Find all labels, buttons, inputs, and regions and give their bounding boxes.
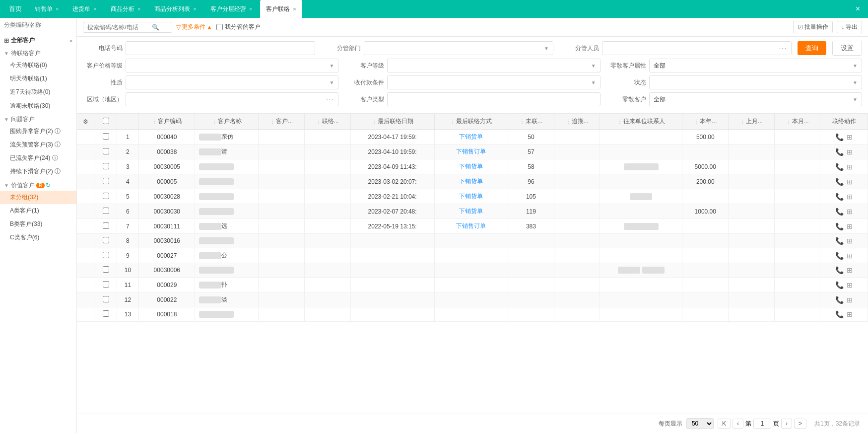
last-page-btn[interactable]: > [794, 419, 806, 429]
close-product-analysis-tab[interactable]: × [137, 6, 140, 12]
contact-more-icon[interactable]: ⊞ [847, 222, 853, 230]
close-customer-contact-tab[interactable]: × [293, 6, 296, 12]
page-size-select[interactable]: 50 100 200 [686, 418, 714, 429]
sidebar-item-churn-risk[interactable]: 流失预警客户(3) ⓘ [0, 138, 76, 151]
reset-button[interactable]: 设置 [832, 41, 862, 56]
filter-payment-select[interactable]: ▼ [387, 75, 600, 89]
customer-code-column-header[interactable]: ⋮客户编码 [139, 114, 195, 130]
contact-person-column-header[interactable]: ⋮往来单位联系人 [600, 114, 682, 130]
row-select-checkbox[interactable] [103, 208, 109, 214]
collapse-sidebar-icon[interactable]: « [69, 38, 72, 44]
filter-status-select[interactable]: ▼ [649, 75, 862, 89]
row-select-checkbox[interactable] [103, 237, 109, 243]
nav-home[interactable]: 首页 [4, 0, 27, 18]
row-select-checkbox[interactable] [103, 252, 109, 258]
contact-method-link[interactable]: 下销货单 [459, 208, 483, 215]
nav-product-list[interactable]: 商品分析列表 × [148, 0, 202, 18]
contact-more-icon[interactable]: ⊞ [847, 252, 853, 260]
contact-phone-icon[interactable]: 📞 [835, 133, 844, 141]
page-number-input[interactable] [753, 419, 771, 429]
search-box-icon[interactable]: 🔍 [152, 24, 159, 31]
contact-method-link[interactable]: 下销货单 [459, 193, 483, 200]
contact-more-icon[interactable]: ⊞ [847, 178, 853, 186]
this-year-column-header[interactable]: ⋮本年... [682, 114, 729, 130]
nav-product-analysis[interactable]: 商品分析 × [105, 0, 146, 18]
contact-column-header[interactable]: ⋮联络... [304, 114, 350, 130]
last-contact-method-column-header[interactable]: ⋮最后联络方式 [434, 114, 508, 130]
customer-type-column-header[interactable]: ⋮客户... [259, 114, 305, 130]
close-all-button[interactable]: × [852, 4, 864, 13]
contact-more-icon[interactable]: ⊞ [847, 133, 853, 141]
row-select-checkbox[interactable] [103, 266, 109, 273]
sidebar-search-input[interactable] [4, 21, 77, 28]
refresh-icon[interactable]: ↻ [46, 182, 51, 189]
customer-name-column-header[interactable]: ⋮客户名称 [195, 114, 259, 130]
contact-more-icon[interactable]: ⊞ [847, 296, 853, 304]
sidebar-item-lost[interactable]: 已流失客户(24) ⓘ [0, 151, 76, 165]
contact-more-icon[interactable]: ⊞ [847, 148, 853, 156]
filter-nature-select[interactable]: ▼ [126, 75, 338, 89]
row-select-checkbox[interactable] [103, 296, 109, 302]
contact-phone-icon[interactable]: 📞 [835, 252, 844, 260]
filter-price-level-select[interactable]: ▼ [126, 59, 338, 72]
contact-more-icon[interactable]: ⊞ [847, 163, 853, 171]
contact-more-icon[interactable]: ⊞ [847, 310, 853, 318]
select-all-checkbox[interactable] [103, 118, 109, 124]
problem-customers-group[interactable]: ▼ 问题客户 [0, 113, 76, 125]
settings-column-header[interactable]: ⚙ [77, 114, 95, 130]
contact-more-icon[interactable]: ⊞ [847, 266, 853, 274]
contact-phone-icon[interactable]: 📞 [835, 178, 844, 186]
this-month-column-header[interactable]: ⋮本月... [774, 114, 820, 130]
filter-dept-select[interactable]: ▼ [364, 41, 553, 55]
sidebar-item-week[interactable]: 近7天待联络(0) [0, 85, 76, 99]
filter-manager-input[interactable]: ··· [602, 41, 792, 55]
close-purchase-tab[interactable]: × [93, 6, 96, 12]
contact-phone-icon[interactable]: 📞 [835, 237, 844, 245]
sidebar-item-overdue[interactable]: 逾期未联络(30) [0, 99, 76, 113]
filter-customer-level-select[interactable]: ▼ [387, 59, 600, 72]
last-month-column-header[interactable]: ⋮上月... [729, 114, 775, 130]
overdue-column-header[interactable]: ⋮逾期... [554, 114, 600, 130]
row-select-checkbox[interactable] [103, 281, 109, 288]
contact-method-link[interactable]: 下销货单 [459, 178, 483, 185]
contact-more-icon[interactable]: ⊞ [847, 208, 853, 216]
pending-contact-group[interactable]: ▼ 待联络客户 [0, 47, 76, 59]
contact-phone-icon[interactable]: 📞 [835, 208, 844, 216]
row-select-checkbox[interactable] [103, 222, 109, 229]
row-select-checkbox[interactable] [103, 310, 109, 317]
export-btn[interactable]: ↓ 导出 [837, 21, 862, 33]
nav-purchase[interactable]: 进货单 × [67, 0, 102, 18]
last-contact-date-column-header[interactable]: ⋮最后联络日期 [350, 114, 434, 130]
sidebar-item-group-c[interactable]: C类客户(6) [0, 231, 76, 244]
sidebar-item-today[interactable]: 今天待联络(0) [0, 59, 76, 72]
contact-more-icon[interactable]: ⊞ [847, 193, 853, 201]
contact-phone-icon[interactable]: 📞 [835, 266, 844, 274]
sidebar-item-abnormal[interactable]: 囤购异常客户(2) ⓘ [0, 125, 76, 138]
my-customers-checkbox[interactable] [216, 24, 223, 30]
nav-customer-segment[interactable]: 客户分层经营 × [204, 0, 258, 18]
sidebar-item-group-b[interactable]: B类客户(33) [0, 217, 76, 231]
value-customers-group[interactable]: ▼ 价值客户 R ↻ [0, 179, 76, 191]
query-button[interactable]: 查询 [798, 41, 826, 55]
sidebar-item-group-a[interactable]: A类客户(1) [0, 204, 76, 217]
next-page-btn[interactable]: › [781, 419, 792, 429]
close-product-list-tab[interactable]: × [193, 6, 196, 12]
prev-page-btn[interactable]: ‹ [733, 419, 743, 429]
all-customers-header[interactable]: ⊞ 全部客户 « [0, 32, 76, 47]
filter-customer-type-input[interactable] [387, 92, 600, 106]
contact-phone-icon[interactable]: 📞 [835, 193, 844, 201]
row-select-checkbox[interactable] [103, 178, 109, 184]
nav-customer-contact[interactable]: 客户联络 × [260, 0, 302, 18]
batch-operation-btn[interactable]: ☑ 批量操作 [793, 21, 833, 33]
contact-phone-icon[interactable]: 📞 [835, 222, 844, 230]
more-conditions-btn[interactable]: ▽ 更多条件 ▲ [176, 23, 212, 31]
contact-method-link[interactable]: 下销货单 [459, 133, 483, 140]
contact-phone-icon[interactable]: 📞 [835, 296, 844, 304]
contact-method-link[interactable]: 下销售订单 [456, 222, 486, 229]
sidebar-item-declining[interactable]: 持续下滑客户(2) ⓘ [0, 165, 76, 178]
filter-retail-attr-select[interactable]: 全部 ▼ [649, 59, 862, 72]
contact-method-link[interactable]: 下销货单 [459, 163, 483, 170]
filter-phone-input[interactable] [126, 41, 315, 55]
contact-phone-icon[interactable]: 📞 [835, 281, 844, 289]
filter-region-input[interactable]: ··· [126, 92, 338, 106]
